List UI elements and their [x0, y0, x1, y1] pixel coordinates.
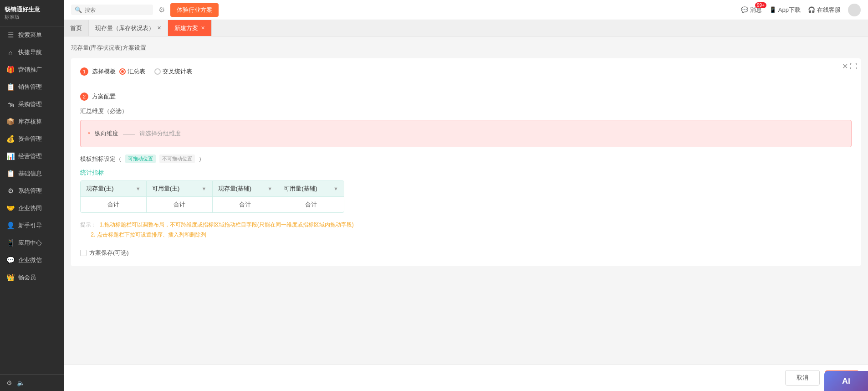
sidebar-item-app-center[interactable]: 📱 应用中心 [0, 234, 64, 252]
message-btn[interactable]: 💬 消息 99+ [741, 6, 762, 14]
radio-cross[interactable]: 交叉统计表 [154, 67, 192, 76]
sidebar-item-label-basic-info: 基础信息 [18, 170, 42, 178]
save-option[interactable]: 方案保存(可选) [80, 249, 852, 257]
sidebar-item-label-purchase: 采购管理 [18, 100, 42, 108]
sidebar-item-inventory[interactable]: 📦 库存核算 [0, 113, 64, 130]
stat-col-label: 可用量(主) [152, 185, 180, 193]
content-area: 现存量(库存状况表)方案设置 1 选择模板 汇总表 交叉统计表 [64, 36, 868, 364]
stat-col-现存量(基辅): 现存量(基辅) ▼ [213, 181, 279, 196]
sidebar-item-label-sys-manage: 系统管理 [18, 187, 42, 195]
expand-panel-btn[interactable]: ⛶ [850, 62, 857, 71]
tab-inventory-status[interactable]: 现存量（库存状况表）✕ [89, 20, 168, 36]
radio-summary[interactable]: 汇总表 [119, 67, 145, 76]
member-icon: 👑 [6, 273, 15, 282]
tips-text: 提示： 1.拖动标题栏可以调整布局，不可跨维度或指标区域拖动栏目字段(只能在同一… [80, 220, 852, 240]
logo-title: 畅销通好生意 [5, 5, 59, 14]
finance-icon: 💰 [6, 135, 15, 143]
sidebar-item-quick-nav[interactable]: ⌂ 快捷导航 [0, 44, 64, 61]
sound-icon[interactable]: 🔈 [17, 379, 25, 386]
stat-col-现存量(主): 现存量(主) ▼ [81, 181, 147, 196]
quick-nav-icon: ⌂ [6, 49, 15, 57]
panel-controls: ✕ ⛶ [838, 58, 861, 74]
main-area: 🔍 ⚙ 体验行业方案 💬 消息 99+ 📱 App下载 🎧 在线客服 首页现存 [64, 0, 868, 391]
sidebar-item-label-new-guide: 新手引导 [18, 221, 42, 230]
sidebar-item-operations[interactable]: 📊 经营管理 [0, 148, 64, 165]
stats-label: 统计指标 [80, 169, 852, 177]
user-avatar[interactable] [848, 4, 861, 16]
section1-label: 选择模板 [92, 67, 116, 76]
dim-placeholder: 请选择分组维度 [139, 129, 181, 138]
indicator-settings-label: 模板指标设定（ 可拖动位置 不可拖动位置 ） [80, 154, 852, 163]
tab-home[interactable]: 首页 [64, 20, 89, 36]
aggregate-label: 汇总维度（必选） [80, 107, 852, 115]
sidebar-item-label-enterprise-wechat: 企业微信 [18, 256, 42, 264]
sidebar-item-sys-manage[interactable]: ⚙ 系统管理 [0, 182, 64, 200]
app-download-btn[interactable]: 📱 App下载 [769, 6, 801, 14]
section2-title: 2 方案配置 [80, 93, 852, 101]
service-btn[interactable]: 🎧 在线客服 [808, 6, 841, 14]
tab-close-new-plan[interactable]: ✕ [201, 25, 205, 31]
save-checkbox[interactable] [80, 250, 87, 256]
section-1: 1 选择模板 汇总表 交叉统计表 [80, 67, 852, 76]
tab-close-inventory-status[interactable]: ✕ [157, 25, 161, 31]
sales-icon: 📋 [6, 83, 15, 91]
logo-sub: 标准版 [5, 14, 59, 21]
col-dropdown-icon[interactable]: ▼ [333, 186, 338, 191]
section-2: 2 方案配置 汇总维度（必选） * 纵向维度 —— 请选择分组维度 模板指标设定… [80, 93, 852, 240]
tip2: 2. 点击标题栏下拉可设置排序、插入列和删除列 [80, 230, 852, 240]
operations-icon: 📊 [6, 152, 15, 160]
sidebar-nav: ☰ 搜索菜单 ⌂ 快捷导航 🎁 营销推广 📋 销售管理 🛍 采购管理 📦 库存核… [0, 26, 64, 374]
stat-col-可用量(主): 可用量(主) ▼ [147, 181, 213, 196]
sidebar-item-purchase[interactable]: 🛍 采购管理 [0, 96, 64, 113]
topbar-right: 💬 消息 99+ 📱 App下载 🎧 在线客服 [741, 4, 861, 16]
section2-label: 方案配置 [92, 93, 116, 101]
dimension-box[interactable]: * 纵向维度 —— 请选择分组维度 [80, 120, 852, 147]
industry-btn[interactable]: 体验行业方案 [170, 3, 219, 17]
indicator-settings: 模板指标设定（ 可拖动位置 不可拖动位置 ） [80, 154, 852, 163]
tab-label-inventory-status: 现存量（库存状况表） [95, 24, 154, 32]
close-panel-btn[interactable]: ✕ [842, 62, 848, 71]
col-dropdown-icon[interactable]: ▼ [267, 186, 272, 191]
gear-icon[interactable]: ⚙ [158, 5, 165, 14]
sidebar-item-marketing[interactable]: 🎁 营销推广 [0, 61, 64, 78]
tab-new-plan[interactable]: 新建方案✕ [168, 20, 212, 36]
settings-icon[interactable]: ⚙ [6, 379, 12, 386]
sidebar-item-enterprise-wechat[interactable]: 💬 企业微信 [0, 252, 64, 269]
search-box[interactable]: 🔍 [71, 5, 153, 15]
footer-bar: 取消 查询 [64, 364, 868, 391]
section1-title: 1 选择模板 汇总表 交叉统计表 [80, 67, 852, 76]
stat-table-header: 现存量(主) ▼ 可用量(主) ▼ 现存量(基辅) ▼ 可用量(基辅) ▼ [81, 181, 344, 196]
sidebar-item-search-menu[interactable]: ☰ 搜索菜单 [0, 26, 64, 44]
sidebar-item-member[interactable]: 👑 畅会员 [0, 269, 64, 286]
sidebar-item-enterprise[interactable]: 🤝 企业协同 [0, 200, 64, 217]
app-center-icon: 📱 [6, 239, 15, 247]
topbar: 🔍 ⚙ 体验行业方案 💬 消息 99+ 📱 App下载 🎧 在线客服 [64, 0, 868, 20]
sidebar-item-new-guide[interactable]: 👤 新手引导 [0, 217, 64, 234]
sidebar-item-finance[interactable]: 💰 资金管理 [0, 130, 64, 148]
section2-num: 2 [80, 93, 88, 101]
cancel-button[interactable]: 取消 [785, 370, 820, 386]
section1-num: 1 [80, 67, 88, 76]
ai-float-btn[interactable]: Ai [824, 371, 868, 391]
no-drag-badge: 不可拖动位置 [159, 154, 195, 163]
indicator-suffix: ） [199, 155, 204, 163]
sidebar-item-basic-info[interactable]: 📋 基础信息 [0, 165, 64, 182]
message-icon: 💬 [741, 6, 748, 13]
headset-icon: 🎧 [808, 6, 815, 13]
stat-col-label: 现存量(基辅) [218, 185, 252, 193]
config-card: 1 选择模板 汇总表 交叉统计表 [71, 58, 861, 266]
col-dropdown-icon[interactable]: ▼ [202, 186, 207, 191]
stat-cell: 合计 [81, 197, 147, 212]
tab-label-home: 首页 [70, 24, 82, 32]
search-input[interactable] [85, 7, 139, 13]
tip-line-label: 提示： 1.拖动标题栏可以调整布局，不可跨维度或指标区域拖动栏目字段(只能在同一… [80, 220, 852, 230]
stat-table-row-0: 合计合计合计合计 [81, 196, 344, 212]
col-dropdown-icon[interactable]: ▼ [136, 186, 141, 191]
sidebar-item-label-sales: 销售管理 [18, 83, 42, 91]
sidebar-item-sales[interactable]: 📋 销售管理 [0, 78, 64, 96]
stat-cell: 合计 [147, 197, 213, 212]
ai-label: Ai [842, 376, 850, 386]
sidebar-item-label-member: 畅会员 [18, 273, 36, 282]
drag-badge: 可拖动位置 [125, 154, 156, 163]
basic-info-icon: 📋 [6, 170, 15, 178]
